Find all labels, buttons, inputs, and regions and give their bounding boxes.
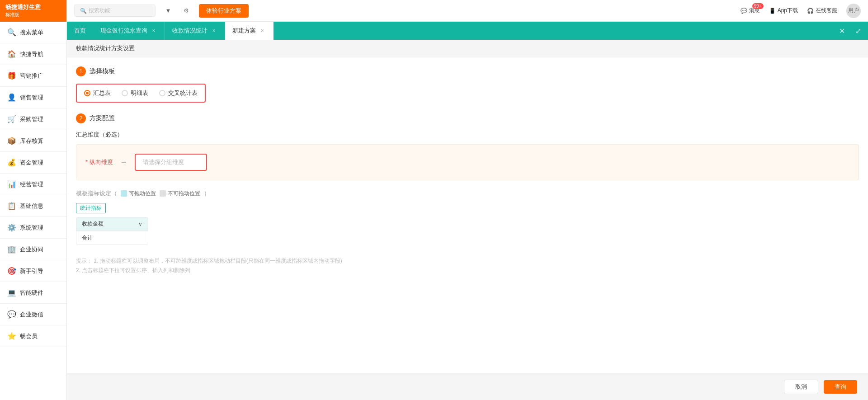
config-section: 汇总维度（必选） * 纵向维度 → 请选择分组维度 模板指标设定（ bbox=[76, 131, 859, 274]
user-avatar[interactable]: 用户 bbox=[846, 4, 861, 18]
tip-item-2: 2. 点击标题栏下拉可设置排序、插入列和删除列 bbox=[76, 267, 859, 274]
page-title: 收款情况统计方案设置 bbox=[67, 40, 868, 57]
page-body: 1 选择模板 汇总表 明细表 交叉统计表 bbox=[67, 57, 868, 373]
step1-title: 选择模板 bbox=[90, 67, 115, 75]
gift-icon: 🎁 bbox=[7, 71, 16, 80]
dropdown-arrow-icon[interactable]: ∨ bbox=[138, 221, 142, 227]
radio-circle-summary bbox=[84, 90, 90, 96]
sidebar-item-inventory[interactable]: 📦 库存核算 bbox=[0, 130, 66, 152]
dropdown-button[interactable]: ▼ bbox=[163, 5, 174, 16]
service-label: 在线客服 bbox=[816, 7, 837, 14]
radio-summary[interactable]: 汇总表 bbox=[84, 89, 111, 97]
step2-title: 方案配置 bbox=[90, 114, 115, 122]
cancel-button[interactable]: 取消 bbox=[784, 380, 818, 394]
sidebar-logo: 畅捷通好生意 标准版 bbox=[0, 0, 66, 22]
notification-btn[interactable]: 💬 消息 99+ bbox=[741, 7, 760, 14]
fixed-legend-box bbox=[160, 190, 166, 197]
indicators-section: 模板指标设定（ 可拖动位置 不可拖动位置 bbox=[76, 189, 859, 246]
sidebar-item-label: 企业微信 bbox=[20, 311, 43, 319]
tabbar: 首页 现金银行流水查询 × 收款情况统计 × 新建方案 × ✕ ⤢ bbox=[67, 22, 868, 40]
radio-summary-label: 汇总表 bbox=[93, 89, 111, 97]
search-icon: 🔍 bbox=[80, 8, 87, 14]
sidebar-item-label: 畅会员 bbox=[20, 332, 38, 340]
search-placeholder: 搜索功能 bbox=[89, 7, 110, 14]
logo-name: 畅捷通好生意 bbox=[5, 4, 41, 11]
expand-window-button[interactable]: ⤢ bbox=[852, 24, 864, 37]
indicator-header-label: 收款金额 bbox=[82, 220, 104, 228]
user-icon: 👤 bbox=[7, 93, 16, 102]
main-area: 🔍 搜索功能 ▼ ⚙ 体验行业方案 💬 消息 99+ 📱 App下载 🎧 在线客… bbox=[67, 0, 868, 400]
new-plan-label: 新建方案 bbox=[232, 27, 256, 35]
tab-new-plan[interactable]: 新建方案 × bbox=[225, 22, 274, 40]
close-window-button[interactable]: ✕ bbox=[835, 24, 848, 37]
radio-detail[interactable]: 明细表 bbox=[122, 89, 148, 97]
sidebar-item-purchase[interactable]: 🛒 采购管理 bbox=[0, 108, 66, 130]
sidebar-item-label: 智能硬件 bbox=[20, 289, 43, 297]
sidebar-item-sales[interactable]: 👤 销售管理 bbox=[0, 87, 66, 108]
sidebar-item-guide[interactable]: 🎯 新手引导 bbox=[0, 260, 66, 282]
indicator-header[interactable]: 收款金额 ∨ bbox=[76, 217, 148, 231]
app-download-btn[interactable]: 📱 App下载 bbox=[769, 7, 798, 14]
indicator-table: 收款金额 ∨ 合计 bbox=[76, 217, 148, 245]
sidebar-item-label: 经营管理 bbox=[20, 180, 43, 188]
close-paren: ） bbox=[204, 189, 210, 198]
radio-detail-label: 明细表 bbox=[131, 89, 148, 97]
content-area: 收款情况统计方案设置 1 选择模板 汇总表 明细表 bbox=[67, 40, 868, 373]
trial-button[interactable]: 体验行业方案 bbox=[199, 4, 249, 18]
sidebar-item-quick-nav[interactable]: 🏠 快捷导航 bbox=[0, 43, 66, 65]
sidebar-item-member[interactable]: ⭐ 畅会员 bbox=[0, 325, 66, 347]
message-icon: 💬 bbox=[741, 8, 747, 14]
phone-icon: 📱 bbox=[769, 8, 776, 14]
dimension-title: 汇总维度（必选） bbox=[76, 131, 859, 139]
radio-cross[interactable]: 交叉统计表 bbox=[159, 89, 198, 97]
sidebar-item-label: 搜索菜单 bbox=[20, 28, 43, 37]
step2-section: 2 方案配置 汇总维度（必选） * 纵向维度 → 请选择分组维度 bbox=[76, 113, 859, 274]
close-icon[interactable]: × bbox=[150, 27, 157, 34]
sidebar-item-label: 资金管理 bbox=[20, 159, 43, 167]
sidebar-item-enterprise[interactable]: 🏢 企业协同 bbox=[0, 239, 66, 260]
template-options: 汇总表 明细表 交叉统计表 bbox=[76, 84, 206, 103]
sidebar-item-hardware[interactable]: 💻 智能硬件 bbox=[0, 282, 66, 304]
sidebar-item-marketing[interactable]: 🎁 营销推广 bbox=[0, 65, 66, 87]
home-icon: 🏠 bbox=[7, 50, 16, 59]
chart-icon: 📊 bbox=[7, 180, 16, 189]
tab-receipt-stat[interactable]: 收款情况统计 × bbox=[165, 22, 225, 40]
query-button[interactable]: 查询 bbox=[824, 380, 857, 394]
sidebar-item-label: 销售管理 bbox=[20, 94, 43, 102]
search-box[interactable]: 🔍 搜索功能 bbox=[74, 5, 156, 17]
close-icon[interactable]: × bbox=[259, 27, 266, 34]
dimension-row: * 纵向维度 → 请选择分组维度 bbox=[85, 154, 849, 171]
category-label: 统计指标 bbox=[76, 203, 106, 213]
indicators-title: 模板指标设定（ bbox=[76, 189, 117, 198]
sidebar-item-finance[interactable]: 💰 资金管理 bbox=[0, 152, 66, 174]
tab-bank-flow[interactable]: 现金银行流水查询 × bbox=[93, 22, 165, 40]
sidebar-item-label: 基础信息 bbox=[20, 202, 43, 210]
star-icon: ⭐ bbox=[7, 332, 16, 341]
avatar-text: 用户 bbox=[848, 7, 859, 14]
step2-header: 2 方案配置 bbox=[76, 113, 859, 123]
gear-icon: ⚙️ bbox=[7, 223, 16, 232]
tip-item-1: 提示： 1. 拖动标题栏可以调整布局，不可跨维度或指标区域拖动栏目段(只能在同一… bbox=[76, 257, 859, 265]
sidebar-item-operation[interactable]: 📊 经营管理 bbox=[0, 174, 66, 195]
bank-flow-label: 现金银行流水查询 bbox=[100, 27, 147, 35]
sidebar-item-system[interactable]: ⚙️ 系统管理 bbox=[0, 217, 66, 239]
box-icon: 📦 bbox=[7, 136, 16, 146]
dimension-select[interactable]: 请选择分组维度 bbox=[135, 154, 207, 171]
settings-icon[interactable]: ⚙ bbox=[181, 5, 192, 16]
radio-cross-label: 交叉统计表 bbox=[168, 89, 198, 97]
close-icon[interactable]: × bbox=[210, 27, 217, 34]
draggable-label: 可拖动位置 bbox=[129, 190, 156, 198]
sidebar-item-wechat[interactable]: 💬 企业微信 bbox=[0, 304, 66, 325]
sidebar-item-search[interactable]: 🔍 搜索菜单 bbox=[0, 22, 66, 43]
draggable-legend: 可拖动位置 bbox=[121, 190, 156, 198]
step1-num: 1 bbox=[76, 66, 86, 76]
sidebar-item-label: 库存核算 bbox=[20, 137, 43, 145]
topbar-right: 💬 消息 99+ 📱 App下载 🎧 在线客服 用户 bbox=[741, 4, 861, 18]
online-service-btn[interactable]: 🎧 在线客服 bbox=[807, 7, 837, 14]
sidebar: 畅捷通好生意 标准版 🔍 搜索菜单 🏠 快捷导航 🎁 营销推广 👤 销售管理 🛒… bbox=[0, 0, 67, 400]
notification-badge: 99+ bbox=[752, 3, 764, 9]
receipt-stat-label: 收款情况统计 bbox=[172, 27, 208, 35]
sidebar-item-basic-info[interactable]: 📋 基础信息 bbox=[0, 195, 66, 217]
step1-section: 1 选择模板 汇总表 明细表 交叉统计表 bbox=[76, 66, 859, 103]
tab-home[interactable]: 首页 bbox=[67, 22, 93, 40]
